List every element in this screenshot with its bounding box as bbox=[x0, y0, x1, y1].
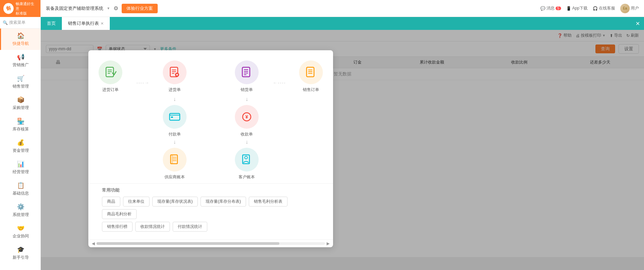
avatar: Ea bbox=[620, 4, 630, 13]
node-customer-ledger: 客户账本 bbox=[235, 148, 259, 180]
svg-rect-22 bbox=[171, 116, 173, 118]
finance-icon: 💰 bbox=[17, 139, 24, 146]
system-icon: ⚙️ bbox=[17, 203, 24, 211]
sidebar-item-finance[interactable]: 💰 资金管理 bbox=[0, 136, 40, 157]
sidebar-item-collab[interactable]: 🤝 企业协同 bbox=[0, 221, 40, 242]
app-download-icon: 📱 bbox=[566, 6, 571, 11]
func-btn-sales-margin[interactable]: 销售毛利分析表 bbox=[249, 197, 288, 206]
sidebar-item-system[interactable]: ⚙️ 系统管理 bbox=[0, 200, 40, 221]
func-btn-sales-rank[interactable]: 销售排行榜 bbox=[102, 222, 133, 232]
main-area: 装备及固定资产辅助管理系统 ▼ ⚙ 体验行业方案 💬 消息 5 📱 App下载 … bbox=[41, 0, 644, 270]
sidebar-search[interactable]: 🔍 搜索菜单 bbox=[0, 17, 40, 29]
inventory-icon: 🏪 bbox=[17, 118, 24, 125]
flow-diagram-area: 进货订单 - - - - → 进货单 bbox=[88, 50, 333, 183]
payment-bill-label: 付款单 bbox=[169, 131, 181, 137]
arrow-down-supplier: ↓ bbox=[173, 139, 176, 145]
message-item[interactable]: 💬 消息 5 bbox=[540, 5, 561, 11]
topbar-settings-icon[interactable]: ⚙ bbox=[114, 5, 118, 12]
sales-order-circle bbox=[299, 60, 323, 84]
logo-text: 畅康通好生意 标准版 bbox=[16, 1, 37, 16]
func-btn-payment-stats[interactable]: 付款情况统计 bbox=[173, 222, 207, 232]
svg-rect-11 bbox=[242, 67, 250, 77]
sidebar-item-operations[interactable]: 📊 经营管理 bbox=[0, 157, 40, 178]
message-icon: 💬 bbox=[540, 6, 545, 11]
func-btn-stock-status[interactable]: 现存量(库存状况表) bbox=[152, 197, 198, 206]
func-buttons-row2: 销售排行榜 收款情况统计 付款情况统计 bbox=[102, 222, 319, 232]
svg-rect-26 bbox=[172, 155, 173, 164]
func-btn-goods-margin[interactable]: 商品毛利分析 bbox=[102, 209, 137, 219]
customer-ledger-label: 客户账本 bbox=[239, 174, 255, 180]
scroll-right-btn[interactable]: ▶ bbox=[327, 241, 330, 246]
arrow-po-to-pb: - - - - → bbox=[122, 80, 163, 93]
online-service-item[interactable]: 🎧 在线客服 bbox=[593, 5, 615, 11]
supplier-ledger-label: 供应商账本 bbox=[164, 174, 185, 180]
sales-order-label: 销售订单 bbox=[303, 87, 319, 93]
func-btn-partners[interactable]: 往来单位 bbox=[123, 197, 150, 206]
tab-home[interactable]: 首页 bbox=[41, 17, 62, 30]
tab-close-icon[interactable]: ✕ bbox=[101, 21, 104, 26]
sidebar-item-marketing[interactable]: 📢 营销推广 bbox=[0, 50, 40, 71]
node-payment-bill: 付款单 bbox=[163, 105, 187, 137]
sidebar: 畅 畅康通好生意 标准版 🔍 搜索菜单 🏠 快捷导航 📢 营销推广 🛒 销售管理… bbox=[0, 0, 41, 270]
user-item[interactable]: Ea 用户 bbox=[620, 4, 639, 13]
sidebar-nav: 🏠 快捷导航 📢 营销推广 🛒 销售管理 📦 采购管理 🏪 库存核算 💰 资金管… bbox=[0, 29, 40, 270]
modal-overlay[interactable]: 进货订单 - - - - → 进货单 bbox=[41, 30, 644, 270]
topbar-icons: 💬 消息 5 📱 App下载 🎧 在线客服 Ea 用户 bbox=[540, 4, 639, 13]
topbar: 装备及固定资产辅助管理系统 ▼ ⚙ 体验行业方案 💬 消息 5 📱 App下载 … bbox=[41, 0, 644, 17]
modal-dialog: 进货订单 - - - - → 进货单 bbox=[88, 50, 333, 247]
sidebar-item-inventory[interactable]: 🏪 库存核算 bbox=[0, 114, 40, 136]
sidebar-logo: 畅 畅康通好生意 标准版 bbox=[0, 0, 40, 17]
customer-ledger-circle bbox=[235, 148, 259, 172]
func-btn-receipt-stats[interactable]: 收款情况统计 bbox=[135, 222, 170, 232]
message-badge: 5 bbox=[556, 6, 561, 10]
node-sales-bill: 销货单 bbox=[235, 60, 259, 93]
search-icon: 🔍 bbox=[3, 20, 8, 25]
logo-icon: 畅 bbox=[3, 3, 14, 14]
sidebar-item-quick-nav[interactable]: 🏠 快捷导航 bbox=[0, 29, 40, 50]
scroll-track[interactable] bbox=[97, 242, 325, 245]
func-btn-goods[interactable]: 商品 bbox=[102, 197, 120, 206]
tabs-bar: 首页 销售订单执行表 ✕ ✕ bbox=[41, 17, 644, 30]
tab-sales-orders[interactable]: 销售订单执行表 ✕ bbox=[62, 17, 110, 30]
purchase-bill-label: 进货单 bbox=[169, 87, 181, 93]
common-functions-title: 常用功能 bbox=[102, 187, 319, 193]
scroll-thumb bbox=[97, 242, 279, 245]
app-download-item[interactable]: 📱 App下载 bbox=[566, 5, 588, 11]
operations-icon: 📊 bbox=[17, 160, 24, 168]
node-purchase-bill: 进货单 bbox=[163, 60, 187, 93]
arrow-so-to-sb: ← - - - - bbox=[259, 80, 299, 93]
node-purchase-order: 进货订单 bbox=[99, 60, 122, 93]
basic-icon: 📋 bbox=[17, 182, 24, 189]
purchase-order-label: 进货订单 bbox=[102, 87, 119, 93]
scroll-indicator: ◀ ▶ bbox=[88, 239, 333, 247]
sales-icon: 🛒 bbox=[17, 75, 24, 82]
receipt-bill-label: 收款单 bbox=[241, 131, 253, 137]
node-receipt-bill: ¥ 收款单 bbox=[235, 105, 259, 137]
purchase-order-circle bbox=[99, 60, 122, 84]
system-title: 装备及固定资产辅助管理系统 bbox=[46, 5, 103, 12]
arrow-down-receipt: ↓ bbox=[245, 96, 248, 102]
arrow-down-payment: ↓ bbox=[173, 96, 176, 102]
func-btn-stock-dist[interactable]: 现存量(库存分布表) bbox=[201, 197, 246, 206]
arrow-down-customer: ↓ bbox=[245, 139, 248, 145]
node-supplier-ledger: 供应商账本 bbox=[163, 148, 187, 180]
quick-nav-icon: 🏠 bbox=[17, 32, 24, 39]
receipt-bill-circle: ¥ bbox=[235, 105, 259, 129]
trial-btn[interactable]: 体验行业方案 bbox=[122, 4, 158, 13]
close-all-tabs-btn[interactable]: ✕ bbox=[631, 20, 644, 27]
online-service-icon: 🎧 bbox=[593, 6, 598, 11]
avatar-image: Ea bbox=[620, 4, 630, 13]
payment-bill-circle bbox=[163, 105, 187, 129]
collab-icon: 🤝 bbox=[17, 224, 24, 232]
sidebar-item-sales[interactable]: 🛒 销售管理 bbox=[0, 71, 40, 93]
sidebar-item-guide[interactable]: 🎓 新手引导 bbox=[0, 242, 40, 264]
purchase-icon: 📦 bbox=[17, 96, 24, 104]
system-dropdown-arrow[interactable]: ▼ bbox=[107, 6, 110, 10]
sidebar-item-basic[interactable]: 📋 基础信息 bbox=[0, 178, 40, 200]
content-area: ❓ 帮助 🖨 按模板打印 ▼ ⬆ 导出 ↻ 刷新 bbox=[41, 30, 644, 270]
sidebar-item-purchase[interactable]: 📦 采购管理 bbox=[0, 93, 40, 114]
sales-bill-label: 销货单 bbox=[241, 87, 253, 93]
svg-text:¥: ¥ bbox=[245, 114, 248, 120]
guide-icon: 🎓 bbox=[17, 246, 24, 253]
scroll-left-btn[interactable]: ◀ bbox=[92, 241, 95, 246]
